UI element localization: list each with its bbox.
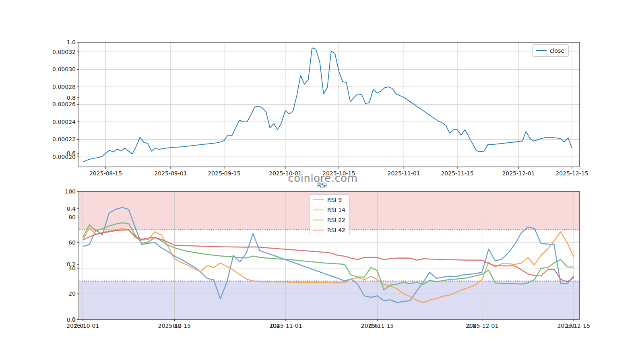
legend-label-rsi-9: RSI 9	[327, 197, 342, 203]
legend-item-close: close	[533, 45, 568, 56]
tick-label: 60	[39, 239, 76, 246]
legend-item-rsi-42: RSI 42	[310, 225, 349, 235]
legend-label-rsi-14: RSI 14	[327, 207, 345, 213]
rsi-chart-title: RSI	[282, 182, 362, 189]
tick-label: 1.0	[39, 39, 76, 45]
tick-label: 0.00024	[39, 119, 76, 125]
legend-item-rsi-9: RSI 9	[310, 195, 349, 205]
rsi14-line-swatch	[313, 210, 324, 210]
tick-label: 2025-09-01	[147, 170, 195, 177]
tick-label: 0.00028	[39, 84, 76, 90]
rsi9-line-swatch	[313, 200, 324, 200]
tick-label: 0.00022	[39, 136, 76, 142]
legend-item-rsi-22: RSI 22	[310, 215, 349, 225]
tick-label: 2025-11-15	[433, 170, 481, 177]
tick-label: 0.4	[39, 206, 76, 212]
legend-item-rsi-14: RSI 14	[310, 205, 349, 215]
close-legend: close	[532, 44, 569, 57]
tick-label: 20	[39, 290, 76, 297]
tick-label: 0.2	[153, 323, 201, 329]
tick-label: 0.0	[55, 323, 103, 329]
tick-label: 2025-08-15	[81, 170, 130, 177]
tick-label: 2025-12-01	[494, 170, 543, 177]
tick-label: 0.00026	[39, 101, 76, 107]
tick-label: 80	[39, 214, 76, 220]
legend-label-close: close	[550, 47, 564, 54]
rsi-legend: RSI 9 RSI 14 RSI 22 RSI 42	[310, 194, 350, 235]
tick-label: 2025-09-15	[200, 170, 248, 177]
tick-label: 0.6	[349, 323, 398, 329]
legend-label-rsi-42: RSI 42	[327, 227, 345, 233]
chart-figure: 0.000200.000220.000240.000260.000280.000…	[0, 0, 644, 362]
tick-label: 0.8	[39, 95, 76, 101]
rsi22-line-swatch	[313, 220, 324, 220]
tick-label: 2025-12-15	[548, 170, 596, 177]
rsi42-line-swatch	[313, 230, 324, 230]
legend-label-rsi-22: RSI 22	[327, 217, 345, 223]
tick-label: 0.6	[39, 150, 76, 156]
tick-label: 0.4	[251, 323, 299, 329]
tick-label: 0.8	[448, 323, 496, 329]
tick-label: 100	[39, 188, 76, 195]
tick-label: 40	[39, 265, 76, 272]
tick-label: 0.00030	[39, 66, 76, 72]
tick-label: 0.00032	[39, 49, 76, 55]
tick-label: 0	[39, 316, 76, 323]
tick-label: 1.0	[546, 323, 594, 329]
close-line-swatch	[536, 50, 547, 51]
